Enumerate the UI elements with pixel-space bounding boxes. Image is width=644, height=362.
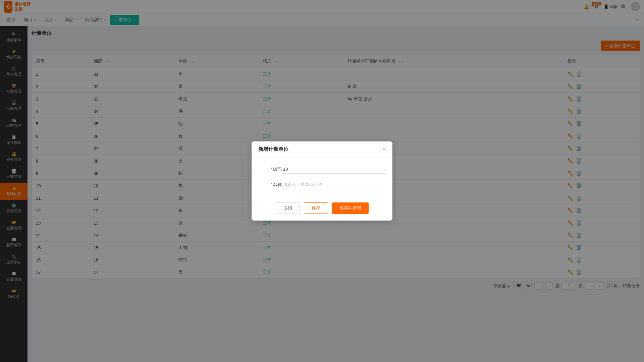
- modal-header: 新增计量单位 ×: [252, 141, 392, 157]
- save-button[interactable]: 保存: [304, 202, 328, 214]
- add-unit-modal: 新增计量单位 × *编码 *名称 取消 保存 保存并新增: [252, 141, 392, 221]
- modal-title: 新增计量单位: [258, 146, 288, 153]
- save-and-new-button[interactable]: 保存并新增: [332, 202, 369, 214]
- code-input[interactable]: [282, 165, 386, 174]
- modal-footer: 取消 保存 保存并新增: [252, 202, 392, 221]
- code-label: *编码: [258, 166, 282, 172]
- modal-overlay[interactable]: 新增计量单位 × *编码 *名称 取消 保存 保存并新增: [0, 0, 644, 362]
- modal-body: *编码 *名称: [252, 157, 392, 202]
- name-label: *名称: [258, 182, 282, 188]
- name-form-row: *名称: [258, 180, 386, 189]
- modal-close-button[interactable]: ×: [383, 147, 386, 152]
- name-input[interactable]: [282, 180, 386, 189]
- code-form-row: *编码: [258, 165, 386, 174]
- cancel-button[interactable]: 取消: [276, 202, 300, 214]
